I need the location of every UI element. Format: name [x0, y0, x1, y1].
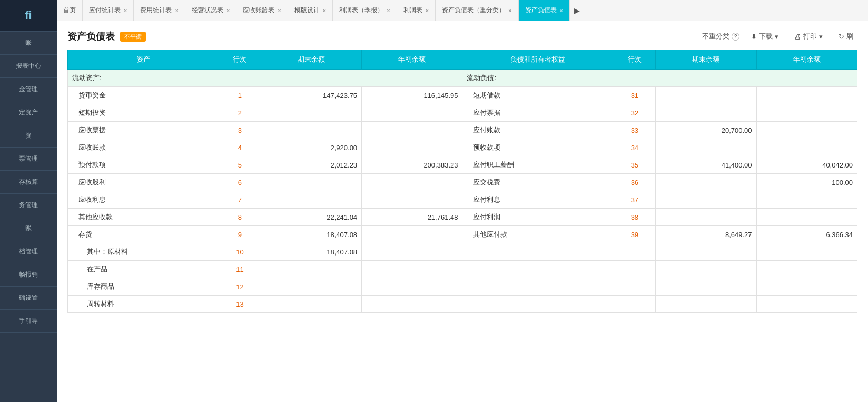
close-icon[interactable]: ×: [226, 7, 230, 14]
right-item-name: 应付利息: [462, 191, 614, 209]
right-begin-balance: 6,366.34: [756, 226, 857, 243]
table-row[interactable]: 其中：原材料 10 18,407.08: [68, 243, 857, 261]
right-begin-balance: [756, 139, 857, 156]
close-icon[interactable]: ×: [387, 7, 390, 14]
refresh-button[interactable]: ↻ 刷: [834, 30, 857, 43]
left-end-balance: [261, 174, 361, 191]
right-row-num: 33: [614, 122, 656, 139]
table-row[interactable]: 货币资金 1 147,423.75 116,145.95 短期借款 31: [68, 87, 857, 104]
download-button[interactable]: ⬇ 下载 ▾: [747, 30, 783, 43]
left-end-balance: 147,423.75: [261, 87, 361, 104]
left-end-balance: [261, 191, 361, 209]
table-row[interactable]: 应收票据 3 应付账款 33 20,700.00: [68, 122, 857, 139]
sidebar-item-archive[interactable]: 档管理: [0, 240, 57, 263]
sidebar-item-ticket[interactable]: 票管理: [0, 148, 57, 171]
sidebar-item-settings[interactable]: 础设置: [0, 287, 57, 310]
no-reclassify-option[interactable]: 不重分类 ?: [702, 32, 739, 41]
left-begin-balance: [362, 226, 462, 243]
sidebar-item-expense[interactable]: 畅报销: [0, 263, 57, 287]
chevron-down-icon: ▾: [775, 33, 778, 41]
left-row-num: 12: [219, 278, 261, 296]
close-icon[interactable]: ×: [124, 7, 127, 14]
tab-template[interactable]: 模版设计 ×: [288, 0, 333, 21]
print-button[interactable]: 🖨 打印 ▾: [790, 30, 827, 43]
table-row[interactable]: 预付款项 5 2,012.23 200,383.23 应付职工薪酬 35 41,…: [68, 156, 857, 174]
left-row-num: 7: [219, 191, 261, 209]
table-row[interactable]: 周转材料 13: [68, 296, 857, 313]
table-row[interactable]: 短期投资 2 应付票据 32: [68, 104, 857, 122]
tab-balance-reclassified[interactable]: 资产负债表（重分类） ×: [436, 0, 518, 21]
close-icon[interactable]: ×: [508, 7, 511, 14]
table-row[interactable]: 在产品 11: [68, 261, 857, 278]
close-icon[interactable]: ×: [426, 7, 429, 14]
right-row-num: [614, 278, 656, 296]
left-row-num: 10: [219, 243, 261, 261]
left-item-name: 其他应收款: [68, 209, 219, 226]
left-end-balance: 2,920.00: [261, 139, 361, 156]
table-row[interactable]: 应收股利 6 应交税费 36 100.00: [68, 174, 857, 191]
tab-home[interactable]: 首页: [57, 0, 83, 21]
left-end-balance: [261, 278, 361, 296]
content-area: 资产负债表 不平衡 不重分类 ? ⬇ 下载 ▾ 🖨 打印 ▾: [57, 21, 868, 402]
tab-profit-quarterly[interactable]: 利润表（季报） ×: [333, 0, 397, 21]
right-row-num: 35: [614, 156, 656, 174]
right-item-name: 应付利润: [462, 209, 614, 226]
left-item-name: 货币资金: [68, 87, 219, 104]
right-row-num: [614, 243, 656, 261]
table-row[interactable]: 其他应收款 8 22,241.04 21,761.48 应付利润 38: [68, 209, 857, 226]
right-begin-balance: [756, 261, 857, 278]
tab-ap-stats[interactable]: 应付统计表 ×: [83, 0, 134, 21]
right-item-name: 应付票据: [462, 104, 614, 122]
left-begin-balance: [362, 139, 462, 156]
close-icon[interactable]: ×: [560, 7, 563, 14]
tab-balance[interactable]: 资产负债表 ×: [519, 0, 570, 21]
right-row-num: 37: [614, 191, 656, 209]
sidebar-item-fixed-assets[interactable]: 定资产: [0, 101, 57, 124]
left-item-name: 存货: [68, 226, 219, 243]
right-begin-balance: 40,042.00: [756, 156, 857, 174]
sidebar-item-inventory[interactable]: 存核算: [0, 171, 57, 194]
close-icon[interactable]: ×: [323, 7, 326, 14]
right-row-num: [614, 261, 656, 278]
col-end-balance: 期末余额: [261, 50, 361, 70]
right-end-balance: [656, 296, 756, 313]
sidebar-item-account[interactable]: 账: [0, 32, 57, 55]
sidebar-item-investment[interactable]: 资: [0, 124, 57, 148]
sidebar-item-reports[interactable]: 报表中心: [0, 55, 57, 78]
left-row-num: 11: [219, 261, 261, 278]
sidebar-item-affairs[interactable]: 务管理: [0, 194, 57, 217]
tab-operations[interactable]: 经营状况表 ×: [185, 0, 236, 21]
main-area: 首页 应付统计表 × 费用统计表 × 经营状况表 × 应收账龄表 × 模版设计 …: [57, 0, 868, 402]
left-begin-balance: [362, 243, 462, 261]
table-row[interactable]: 存货 9 18,407.08 其他应付款 39 8,649.27 6,366.3…: [68, 226, 857, 243]
header-actions: 不重分类 ? ⬇ 下载 ▾ 🖨 打印 ▾ ↻ 刷: [702, 30, 857, 43]
right-row-num: 34: [614, 139, 656, 156]
table-row[interactable]: 应收利息 7 应付利息 37: [68, 191, 857, 209]
right-row-num: [614, 296, 656, 313]
left-item-name: 应收股利: [68, 174, 219, 191]
sidebar-item-ledger[interactable]: 账: [0, 217, 57, 240]
left-begin-balance: [362, 278, 462, 296]
close-icon[interactable]: ×: [175, 7, 178, 14]
close-icon[interactable]: ×: [278, 7, 281, 14]
tab-expense-stats[interactable]: 费用统计表 ×: [134, 0, 185, 21]
tab-scroll-arrow[interactable]: ▶: [570, 0, 584, 21]
left-begin-balance: [362, 296, 462, 313]
left-item-name: 库存商品: [68, 278, 219, 296]
help-icon: ?: [732, 33, 739, 41]
tab-ar-aging[interactable]: 应收账龄表 ×: [236, 0, 288, 21]
left-end-balance: [261, 261, 361, 278]
right-end-balance: 8,649.27: [656, 226, 756, 243]
table-row[interactable]: 库存商品 12: [68, 278, 857, 296]
sidebar-item-funds[interactable]: 金管理: [0, 78, 57, 101]
table-row[interactable]: 应收账款 4 2,920.00 预收款项 34: [68, 139, 857, 156]
left-row-num: 3: [219, 122, 261, 139]
download-icon: ⬇: [751, 33, 757, 41]
left-begin-balance: [362, 174, 462, 191]
left-item-name: 应收票据: [68, 122, 219, 139]
col-end-balance2: 期末余额: [656, 50, 756, 70]
sidebar-item-guide[interactable]: 手引导: [0, 310, 57, 333]
left-begin-balance: [362, 191, 462, 209]
tab-profit[interactable]: 利润表 ×: [397, 0, 436, 21]
right-item-name: 预收款项: [462, 139, 614, 156]
